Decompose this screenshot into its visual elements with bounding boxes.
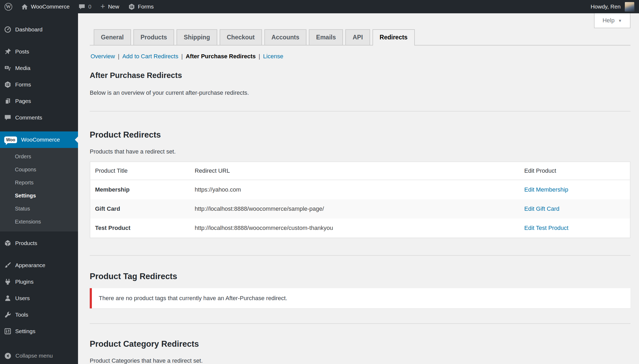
section-divider: [90, 323, 630, 324]
tab-products[interactable]: Products: [133, 29, 174, 45]
sidebar-item-plugins[interactable]: Plugins: [0, 274, 78, 290]
sidebar-label: Pages: [15, 98, 31, 104]
submenu-item-orders[interactable]: Orders: [0, 150, 78, 163]
comments-menu[interactable]: 0: [74, 0, 96, 13]
sidebar-item-users[interactable]: Users: [0, 290, 78, 307]
tab-general[interactable]: General: [94, 29, 131, 45]
product-redirects-table: Product Title Redirect URL Edit Product …: [90, 162, 630, 238]
notice-text: There are no product tags that currently…: [99, 295, 287, 301]
account-menu[interactable]: Howdy, Ren: [586, 0, 639, 13]
howdy-label: Howdy, Ren: [591, 3, 621, 10]
new-label: New: [108, 3, 119, 10]
sidebar-label: Plugins: [15, 279, 34, 285]
forms-menu[interactable]: Forms: [124, 0, 158, 13]
sidebar-item-tools[interactable]: Tools: [0, 307, 78, 323]
comment-bubble-icon: [4, 114, 11, 121]
redirect-url: https://yahoo.com: [190, 180, 519, 199]
tab-checkout[interactable]: Checkout: [220, 29, 262, 45]
sidebar-item-pages[interactable]: Pages: [0, 93, 78, 109]
edit-test-product-link[interactable]: Edit Test Product: [524, 225, 568, 231]
home-icon: [21, 3, 28, 10]
media-icon: [4, 65, 11, 72]
submenu-item-settings[interactable]: Settings: [0, 189, 78, 202]
edit-membership-link[interactable]: Edit Membership: [524, 186, 568, 193]
user-icon: [4, 295, 11, 302]
column-edit-product: Edit Product: [519, 162, 630, 180]
section-divider: [90, 111, 630, 111]
product-redirects-description: Products that have a redirect set.: [90, 148, 630, 155]
wordpress-icon: W: [5, 3, 12, 11]
product-title: Gift Card: [90, 199, 190, 218]
tab-shipping[interactable]: Shipping: [177, 29, 217, 45]
redirect-url: http://localhost:8888/woocommerce/custom…: [190, 218, 519, 238]
paintbrush-icon: [4, 262, 11, 269]
wp-logo-menu[interactable]: W: [0, 0, 17, 13]
table-row: Gift Card http://localhost:8888/woocomme…: [90, 199, 630, 218]
no-tag-redirects-notice: There are no product tags that currently…: [90, 288, 630, 308]
wrench-icon: [4, 311, 11, 318]
help-label: Help: [603, 17, 615, 24]
tab-accounts[interactable]: Accounts: [264, 29, 307, 45]
collapse-menu-button[interactable]: Collapse menu: [0, 349, 78, 363]
subnav-separator: |: [118, 53, 120, 60]
sidebar-item-appearance[interactable]: Appearance: [0, 257, 78, 274]
caret-down-icon: ▼: [618, 18, 622, 23]
table-row: Membership https://yahoo.com Edit Member…: [90, 180, 630, 199]
product-title: Test Product: [90, 218, 190, 238]
forms-label: Forms: [138, 3, 154, 10]
site-name-label: WooCommerce: [31, 3, 69, 10]
admin-sidebar: Dashboard Posts Media Forms: [0, 13, 78, 364]
sidebar-label: Products: [15, 240, 37, 246]
subnav-after-purchase-redirects[interactable]: After Purchase Redirects: [186, 53, 256, 60]
dashboard-icon: [4, 26, 11, 33]
subnav-separator: |: [181, 53, 183, 60]
subnav-overview[interactable]: Overview: [91, 53, 115, 60]
sidebar-label: Tools: [15, 312, 28, 318]
menu-separator: [0, 126, 78, 131]
tab-emails[interactable]: Emails: [309, 29, 343, 45]
sidebar-label: Posts: [15, 48, 29, 55]
subnav-license[interactable]: License: [263, 53, 283, 60]
sidebar-item-woocommerce[interactable]: Woo WooCommerce: [0, 131, 78, 148]
tab-api[interactable]: API: [345, 29, 370, 45]
sidebar-item-posts[interactable]: Posts: [0, 43, 78, 60]
pages-icon: [4, 98, 11, 105]
product-redirects-heading: Product Redirects: [90, 130, 630, 140]
column-redirect-url: Redirect URL: [190, 162, 519, 180]
sidebar-label: Media: [15, 65, 30, 71]
sidebar-label: Dashboard: [15, 26, 43, 33]
tab-redirects[interactable]: Redirects: [372, 29, 415, 46]
main-content: Help ▼ General Products Shipping Checkou…: [78, 13, 639, 364]
forms-hexagon-icon: [4, 81, 11, 88]
sidebar-item-dashboard[interactable]: Dashboard: [0, 21, 78, 38]
sidebar-item-settings[interactable]: Settings: [0, 323, 78, 340]
redirect-url: http://localhost:8888/woocommerce/sample…: [190, 199, 519, 218]
sidebar-label: Comments: [15, 114, 42, 121]
product-tag-redirects-heading: Product Tag Redirects: [90, 272, 630, 281]
woocommerce-icon: Woo: [4, 136, 17, 143]
new-menu[interactable]: + New: [96, 0, 124, 13]
site-name-menu[interactable]: WooCommerce: [17, 0, 74, 13]
edit-gift-card-link[interactable]: Edit Gift Card: [524, 205, 559, 212]
product-category-redirects-heading: Product Category Redirects: [90, 339, 630, 349]
subnav-add-to-cart-redirects[interactable]: Add to Cart Redirects: [122, 53, 178, 60]
submenu-item-coupons[interactable]: Coupons: [0, 163, 78, 176]
product-category-redirects-description: Product Categories that have a redirect …: [90, 357, 630, 364]
menu-separator: [0, 231, 78, 235]
submenu-item-extensions[interactable]: Extensions: [0, 215, 78, 228]
sidebar-item-media[interactable]: Media: [0, 60, 78, 76]
column-product-title: Product Title: [90, 162, 190, 180]
sidebar-item-forms[interactable]: Forms: [0, 76, 78, 93]
help-button[interactable]: Help ▼: [594, 13, 630, 28]
page-intro: Below is an overview of your current aft…: [90, 89, 630, 96]
sidebar-item-products[interactable]: Products: [0, 235, 78, 251]
collapse-arrow-icon: [4, 352, 11, 359]
plugin-icon: [4, 278, 11, 285]
sidebar-label: Users: [15, 295, 30, 301]
pushpin-icon: [4, 48, 11, 55]
sidebar-item-comments[interactable]: Comments: [0, 109, 78, 126]
submenu-item-reports[interactable]: Reports: [0, 176, 78, 189]
avatar: [625, 2, 634, 12]
woocommerce-submenu: Orders Coupons Reports Settings Status E…: [0, 148, 78, 231]
submenu-item-status[interactable]: Status: [0, 202, 78, 215]
